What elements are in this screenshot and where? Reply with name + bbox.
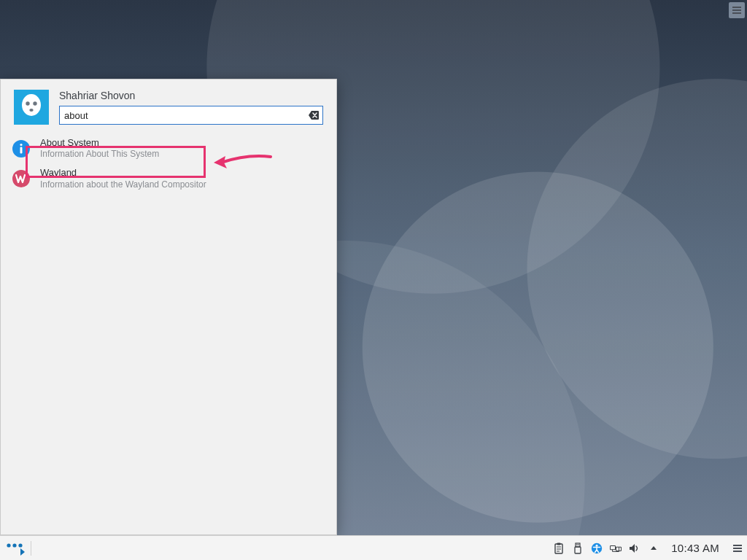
user-avatar[interactable]	[14, 90, 49, 125]
result-wayland[interactable]: Wayland Information about the Wayland Co…	[8, 163, 329, 193]
volume-icon[interactable]	[629, 542, 640, 554]
kde-logo-icon	[4, 540, 25, 556]
taskbar-separator	[31, 541, 31, 556]
svg-rect-17	[578, 544, 579, 545]
svg-point-2	[26, 101, 29, 105]
result-about-system[interactable]: About System Information About This Syst…	[8, 133, 329, 163]
taskbar: 10:43 AM	[0, 535, 747, 560]
svg-rect-14	[576, 543, 580, 547]
accessibility-icon[interactable]	[591, 542, 603, 554]
svg-point-6	[20, 144, 22, 146]
network-icon[interactable]	[610, 542, 622, 554]
wayland-icon	[11, 168, 31, 189]
user-name-label: Shahriar Shovon	[59, 90, 323, 101]
search-field-container	[59, 106, 323, 125]
hamburger-icon	[732, 9, 741, 11]
svg-point-4	[29, 109, 33, 112]
svg-point-1	[22, 94, 41, 116]
usb-device-icon[interactable]	[572, 542, 584, 554]
launcher-header: Shahriar Shovon	[1, 79, 336, 131]
result-description: Information about the Wayland Compositor	[40, 179, 206, 190]
search-results: About System Information About This Syst…	[1, 131, 336, 194]
result-title: About System	[40, 137, 159, 149]
svg-rect-20	[611, 545, 616, 549]
system-tray: 10:43 AM	[553, 542, 744, 555]
result-description: Information About This System	[40, 149, 159, 160]
panel-options-button[interactable]	[731, 542, 744, 555]
svg-point-3	[33, 101, 36, 105]
application-launcher-button[interactable]	[4, 540, 25, 556]
clock[interactable]: 10:43 AM	[671, 542, 719, 554]
search-input[interactable]	[64, 110, 306, 121]
svg-point-11	[18, 543, 22, 547]
application-launcher: Shahriar Shovon	[0, 79, 337, 535]
svg-rect-15	[575, 547, 581, 553]
result-title: Wayland	[40, 167, 206, 179]
svg-point-9	[7, 543, 10, 547]
hamburger-icon	[733, 548, 742, 549]
tray-expand-arrow-icon[interactable]	[648, 542, 659, 554]
svg-point-19	[596, 544, 598, 546]
clear-search-button[interactable]	[306, 109, 321, 122]
info-icon	[11, 139, 31, 159]
svg-rect-13	[557, 542, 561, 545]
clipboard-icon[interactable]	[553, 542, 565, 554]
avatar-face-icon	[14, 90, 49, 125]
svg-rect-16	[577, 544, 578, 545]
svg-point-10	[12, 543, 16, 547]
backspace-icon	[308, 110, 320, 120]
panel-options-button-top[interactable]	[729, 2, 745, 18]
svg-rect-7	[20, 147, 23, 153]
